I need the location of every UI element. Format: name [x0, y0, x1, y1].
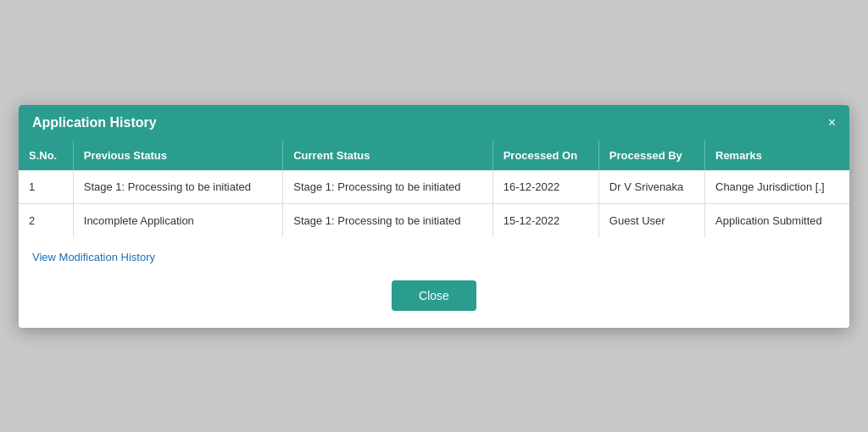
cell-remarks-2: Application Submitted — [705, 203, 850, 237]
cell-sno-2: 2 — [19, 203, 73, 237]
view-modification-history-link[interactable]: View Modification History — [19, 237, 169, 270]
modal-overlay: Application History × S.No. Previous Sta… — [0, 0, 868, 432]
modal-body: S.No. Previous Status Current Status Pro… — [19, 141, 849, 270]
table-row: 2 Incomplete Application Stage 1: Proces… — [19, 203, 849, 237]
cell-prev-status-1: Stage 1: Processing to be initiated — [73, 170, 282, 204]
cell-processed-on-1: 16-12-2022 — [492, 170, 598, 204]
col-previous-status: Previous Status — [73, 141, 282, 170]
col-current-status: Current Status — [283, 141, 492, 170]
close-button[interactable]: Close — [392, 280, 476, 311]
col-remarks: Remarks — [705, 141, 850, 170]
cell-processed-by-1: Dr V Srivenaka — [598, 170, 704, 204]
table-header-row: S.No. Previous Status Current Status Pro… — [19, 141, 849, 170]
modal-footer: Close — [19, 270, 849, 328]
history-table: S.No. Previous Status Current Status Pro… — [19, 141, 849, 237]
col-processed-by: Processed By — [598, 141, 704, 170]
cell-processed-by-2: Guest User — [598, 203, 704, 237]
cell-processed-on-2: 15-12-2022 — [492, 203, 598, 237]
col-sno: S.No. — [19, 141, 73, 170]
table-row: 1 Stage 1: Processing to be initiated St… — [19, 170, 849, 204]
cell-prev-status-2: Incomplete Application — [73, 203, 282, 237]
cell-sno-1: 1 — [19, 170, 73, 204]
cell-remarks-1: Change Jurisdiction [.] — [705, 170, 850, 204]
cell-curr-status-1: Stage 1: Processing to be initiated — [283, 170, 492, 204]
cell-curr-status-2: Stage 1: Processing to be initiated — [283, 203, 492, 237]
close-icon[interactable]: × — [828, 116, 836, 130]
application-history-modal: Application History × S.No. Previous Sta… — [19, 105, 849, 328]
col-processed-on: Processed On — [492, 141, 598, 170]
modal-header: Application History × — [19, 105, 849, 141]
modal-title: Application History — [32, 115, 157, 130]
